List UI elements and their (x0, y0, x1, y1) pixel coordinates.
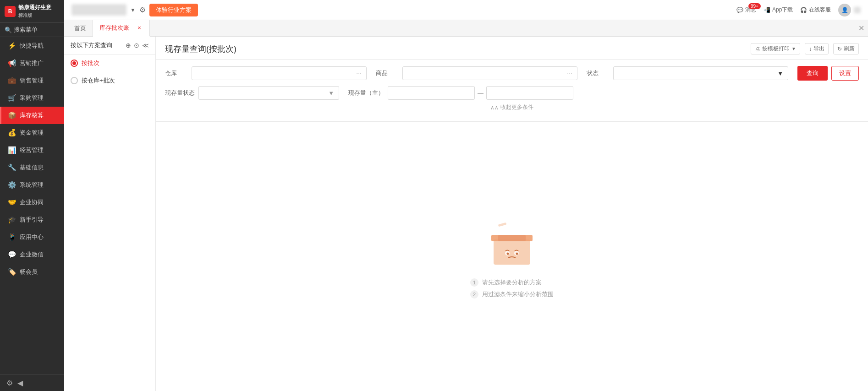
home-tab-label: 首页 (74, 24, 86, 33)
customer-service-icon: 🎧 (800, 7, 807, 13)
collapse-up-icon: ∧∧ (490, 104, 499, 111)
tabbar: 首页 库存批次账 × ✕ (64, 20, 868, 37)
settings-icon[interactable]: ⚙ (6, 379, 13, 387)
experience-btn[interactable]: 体验行业方案 (149, 4, 198, 16)
collapse-label: 收起更多条件 (500, 103, 533, 111)
export-btn[interactable]: ↓ 导出 (805, 43, 829, 54)
collapse-filter-btn[interactable]: ≪ (142, 42, 149, 49)
filter-panel-header: 按以下方案查询 ⊕ ⊙ ≪ (64, 37, 155, 54)
sidebar-item-label: 资金管理 (20, 129, 44, 137)
quick-nav-icon: ⚡ (8, 42, 16, 50)
sidebar-item-wechat[interactable]: 💬 企业微信 (0, 246, 64, 263)
refresh-btn[interactable]: ↻ 刷新 (833, 43, 859, 54)
app-download-icon: 📲 (764, 7, 770, 13)
refresh-label: 刷新 (844, 45, 855, 53)
query-row-2: 现存量状态 ▼ 现存量（主） — (165, 86, 859, 100)
sidebar-search[interactable]: 🔍 搜索菜单 (0, 23, 64, 37)
page-title-actions: 🖨 按模板打印 ▼ ↓ 导出 ↻ 刷新 (751, 43, 859, 54)
filter-panel-title: 按以下方案查询 (71, 41, 112, 49)
product-dots[interactable]: ··· (567, 70, 572, 77)
product-input[interactable]: ··· (402, 66, 577, 80)
collapse-row[interactable]: ∧∧ 收起更多条件 (165, 100, 859, 115)
query-btn-group: 查询 设置 (797, 66, 859, 81)
print-btn[interactable]: 🖨 按模板打印 ▼ (751, 43, 800, 54)
sidebar-item-enterprise[interactable]: 🤝 企业协同 (0, 194, 64, 211)
user-area[interactable]: 👤 Rit (838, 4, 861, 16)
inventory-status-field: 现存量状态 ▼ (165, 86, 339, 100)
quantity-min-input[interactable] (388, 86, 475, 100)
sidebar-item-label: 库存核算 (20, 111, 44, 119)
message-badge: 99+ (748, 3, 761, 9)
sidebar-item-sales[interactable]: 💼 销售管理 (0, 72, 64, 89)
query-button[interactable]: 查询 (797, 66, 828, 81)
app-download-btn[interactable]: 📲 App下载 (764, 6, 793, 14)
settings-button[interactable]: 设置 (831, 66, 859, 81)
search-icon: 🔍 (5, 27, 12, 33)
brand-name: 畅康通好生意 (18, 4, 51, 11)
empty-hints: 1 请先选择要分析的方案 2 用过滤条件来缩小分析范围 (470, 278, 554, 299)
query-row-1: 仓库 ··· 商品 ··· 状态 (165, 66, 859, 81)
status-select[interactable]: ▼ (613, 66, 788, 80)
app-download-label: App下载 (772, 6, 793, 14)
sidebar-item-newbie[interactable]: 🎓 新手引导 (0, 211, 64, 228)
svg-rect-2 (498, 235, 526, 241)
tab-home[interactable]: 首页 (68, 20, 93, 37)
sidebar-item-finance[interactable]: 💰 资金管理 (0, 124, 64, 141)
inventory-status-select[interactable]: ▼ (198, 86, 339, 100)
product-field: 商品 ··· (376, 66, 577, 80)
sidebar-item-members[interactable]: 🏷️ 畅会员 (0, 263, 64, 281)
messages-btn[interactable]: 💬 消息 99+ (736, 6, 756, 14)
product-label: 商品 (376, 69, 399, 77)
sidebar-item-basics[interactable]: 🔧 基础信息 (0, 159, 64, 176)
content: 按以下方案查询 ⊕ ⊙ ≪ 按批次 按仓库+批次 现存量查询(按批次) (64, 37, 868, 391)
warehouse-field: 仓库 ··· (165, 66, 367, 80)
sidebar-item-purchase[interactable]: 🛒 采购管理 (0, 89, 64, 107)
sidebar-item-label: 应用中心 (20, 233, 44, 241)
global-close-btn[interactable]: ✕ (858, 24, 864, 33)
add-scheme-btn[interactable]: ⊕ (126, 42, 131, 49)
tab-close-btn[interactable]: × (136, 24, 143, 32)
hint-num-1: 1 (470, 278, 478, 287)
range-dash: — (478, 90, 483, 97)
wechat-icon: 💬 (8, 250, 16, 259)
filter-item-warehouse-batch[interactable]: 按仓库+批次 (64, 72, 155, 89)
quantity-range-field: 现存量（主） — (348, 86, 522, 100)
quantity-max-input[interactable] (486, 86, 573, 100)
main-area: 🔍 搜索 ▼ ⚙ 体验行业方案 💬 消息 99+ 📲 App下载 🎧 在线客服 (64, 0, 868, 391)
print-dropdown-icon[interactable]: ▼ (791, 46, 796, 51)
customer-service-btn[interactable]: 🎧 在线客服 (800, 6, 831, 14)
scheme-settings-btn[interactable]: ⊙ (134, 42, 139, 49)
topbar-gear-icon[interactable]: ⚙ (139, 5, 146, 14)
filter-item-batch-label: 按批次 (82, 59, 99, 67)
marketing-icon: 📢 (8, 59, 16, 67)
brand-icon: B (5, 6, 16, 17)
avatar: 👤 (838, 4, 851, 16)
filter-item-batch[interactable]: 按批次 (64, 54, 155, 72)
message-icon: 💬 (736, 7, 743, 13)
sidebar-item-system[interactable]: ⚙️ 系统管理 (0, 176, 64, 194)
basics-icon: 🔧 (8, 163, 16, 172)
page-title: 现存量查询(按批次) (165, 43, 236, 54)
empty-hint-2: 2 用过滤条件来缩小分析范围 (470, 290, 554, 299)
customer-service-label: 在线客服 (809, 6, 831, 14)
collapse-sidebar-icon[interactable]: ◀ (17, 379, 23, 387)
close-icon[interactable]: × (137, 24, 141, 31)
warehouse-dots[interactable]: ··· (356, 70, 362, 77)
status-label: 状态 (587, 69, 610, 77)
sidebar-item-quick-nav[interactable]: ⚡ 快捷导航 (0, 37, 64, 54)
finance-icon: 💰 (8, 129, 16, 137)
sidebar-item-inventory[interactable]: 📦 库存核算 (0, 107, 64, 124)
sidebar-item-label: 经营管理 (20, 146, 44, 154)
radio-active-icon (71, 60, 78, 67)
refresh-icon: ↻ (837, 46, 842, 52)
query-area: 现存量查询(按批次) 🖨 按模板打印 ▼ ↓ 导出 ↻ 刷新 (156, 37, 868, 391)
tab-inventory-batch[interactable]: 库存批次账 × (93, 20, 150, 37)
sidebar-item-marketing[interactable]: 📢 营销推广 (0, 54, 64, 72)
warehouse-input[interactable]: ··· (192, 66, 367, 80)
page-title-bar: 现存量查询(按批次) 🖨 按模板打印 ▼ ↓ 导出 ↻ 刷新 (156, 37, 868, 60)
sidebar-item-operations[interactable]: 📊 经营管理 (0, 141, 64, 159)
topbar-dropdown-icon[interactable]: ▼ (130, 7, 136, 13)
hint-text-1: 请先选择要分析的方案 (482, 278, 542, 287)
sidebar-item-apps[interactable]: 📱 应用中心 (0, 228, 64, 246)
topbar-search-bar[interactable]: 🔍 搜索 (71, 4, 126, 16)
